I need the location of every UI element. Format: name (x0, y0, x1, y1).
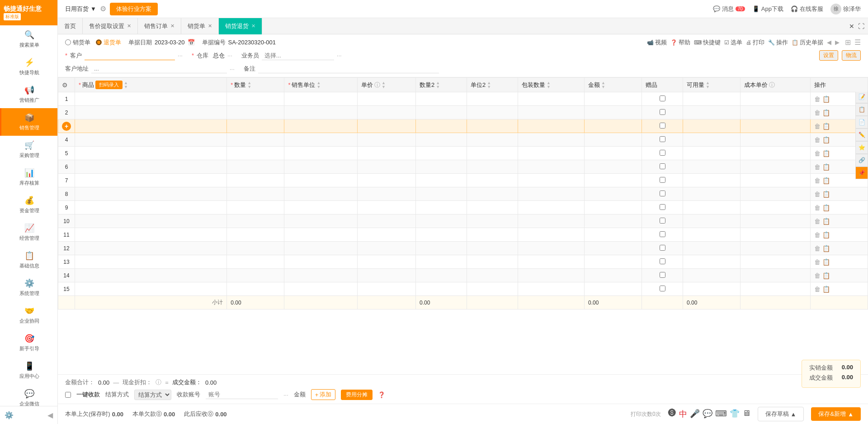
warehouse-more-icon[interactable]: ··· (227, 52, 232, 59)
delete-icon-12[interactable]: 🗑 (814, 245, 821, 252)
product-cell-13[interactable] (75, 255, 227, 269)
header-gear-icon[interactable]: ⚙ (100, 5, 106, 13)
cost-price-cell-14[interactable] (741, 269, 810, 282)
delete-icon-14[interactable]: 🗑 (814, 272, 821, 279)
radio-sales[interactable]: 销货单 (65, 38, 90, 47)
cost-price-cell-8[interactable] (741, 187, 810, 201)
sidebar-item-sales[interactable]: 📦销售管理 (0, 108, 57, 136)
one-click-checkbox[interactable] (65, 392, 71, 398)
sidebar-item-operation[interactable]: 📈经营管理 (0, 219, 57, 246)
qty-cell-12[interactable] (227, 242, 284, 255)
unit-cell-7[interactable] (284, 174, 358, 187)
qty-cell-4[interactable] (227, 133, 284, 147)
copy-icon-11[interactable]: 📋 (822, 231, 830, 238)
copy-icon-9[interactable]: 📋 (822, 204, 830, 211)
delete-icon-8[interactable]: 🗑 (814, 191, 821, 198)
amount-cell-9[interactable] (584, 201, 642, 214)
close-tab-icon[interactable]: ✕ (849, 23, 854, 30)
amount-cell-2[interactable] (584, 106, 642, 119)
copy-icon-10[interactable]: 📋 (822, 218, 830, 225)
qty2-cell-2[interactable] (415, 106, 467, 119)
unit-price-cell-5[interactable] (358, 147, 416, 160)
cost-price-cell-3[interactable] (741, 119, 810, 133)
settle-select[interactable]: 结算方式 (134, 390, 171, 400)
unit-price-cell-14[interactable] (358, 269, 416, 282)
amount-cell-11[interactable] (584, 228, 642, 242)
gift-checkbox-12[interactable] (660, 245, 665, 251)
copy-icon-1[interactable]: 📋 (822, 95, 830, 103)
history-btn[interactable]: 📋 历史单据 (792, 38, 823, 47)
unit-price-cell-4[interactable] (358, 133, 416, 147)
radio-sales-input[interactable] (65, 39, 71, 45)
sidebar-item-enterprise[interactable]: 🤝企业协同 (0, 301, 57, 329)
sidebar-item-system[interactable]: ⚙️系统管理 (0, 274, 57, 301)
gift-checkbox-2[interactable] (660, 109, 665, 115)
sidebar-item-purchase[interactable]: 🛒采购管理 (0, 136, 57, 163)
available-cell-7[interactable] (683, 174, 741, 187)
gift-checkbox-13[interactable] (660, 258, 665, 264)
qty-cell-10[interactable] (227, 214, 284, 228)
qty2-cell-1[interactable] (415, 92, 467, 106)
qty2-cell-13[interactable] (415, 255, 467, 269)
available-cell-12[interactable] (683, 242, 741, 255)
message-item[interactable]: 💬 消息 70 (713, 5, 745, 13)
grid-view-icon[interactable]: ⊞ (845, 38, 851, 47)
copy-icon-5[interactable]: 📋 (822, 150, 830, 157)
save-new-button[interactable]: 保存&新增 ▲ (811, 407, 861, 421)
address-input[interactable] (91, 64, 227, 73)
unit2-cell-4[interactable] (467, 133, 518, 147)
available-cell-9[interactable] (683, 201, 741, 214)
gift-cell-12[interactable] (642, 242, 683, 255)
qty-cell-13[interactable] (227, 255, 284, 269)
gift-cell-10[interactable] (642, 214, 683, 228)
delete-icon-6[interactable]: 🗑 (814, 163, 821, 171)
unit-cell-9[interactable] (284, 201, 358, 214)
sidebar-item-shortcut[interactable]: ⚡快捷导航 (0, 53, 57, 81)
delete-icon-9[interactable]: 🗑 (814, 204, 821, 211)
available-cell-8[interactable] (683, 187, 741, 201)
taskbar-icon-2[interactable]: 中 (679, 409, 687, 419)
gift-checkbox-6[interactable] (660, 163, 665, 169)
product-cell-6[interactable] (75, 160, 227, 174)
gift-cell-11[interactable] (642, 228, 683, 242)
gift-checkbox-1[interactable] (660, 95, 665, 101)
list-view-icon[interactable]: ☰ (854, 38, 861, 47)
unit2-cell-2[interactable] (467, 106, 518, 119)
taskbar-icon-1[interactable]: 🅢 (668, 409, 676, 419)
unit-cell-8[interactable] (284, 187, 358, 201)
app-download-item[interactable]: 📱 App下载 (752, 5, 783, 13)
copy-icon-14[interactable]: 📋 (822, 272, 830, 279)
save-draft-button[interactable]: 保存草稿 ▲ (758, 407, 804, 421)
product-cell-14[interactable] (75, 269, 227, 282)
tab-price-settings[interactable]: 售价提取设置 ✕ (83, 18, 138, 34)
qty2-cell-14[interactable] (415, 269, 467, 282)
float-item-5[interactable]: ⭐ (855, 141, 868, 154)
unit2-cell-1[interactable] (467, 92, 518, 106)
available-cell-15[interactable] (683, 282, 741, 296)
unit-cell-11[interactable] (284, 228, 358, 242)
sidebar-item-basic[interactable]: 📋基础信息 (0, 246, 57, 274)
pkg-qty-cell-2[interactable] (518, 106, 584, 119)
service-item[interactable]: 🎧 在线客服 (791, 5, 823, 13)
sidebar-item-inventory[interactable]: 📊库存核算 (0, 163, 57, 191)
tab-return-close-icon[interactable]: ✕ (251, 23, 255, 29)
shortcut-btn[interactable]: ⌨ 快捷键 (694, 38, 721, 47)
unit-cell-14[interactable] (284, 269, 358, 282)
unit2-cell-12[interactable] (467, 242, 518, 255)
qty2-cell-12[interactable] (415, 242, 467, 255)
customer-more-icon[interactable]: ··· (178, 52, 183, 59)
cost-price-cell-12[interactable] (741, 242, 810, 255)
product-cell-11[interactable] (75, 228, 227, 242)
cost-price-cell-4[interactable] (741, 133, 810, 147)
qty2-cell-11[interactable] (415, 228, 467, 242)
taskbar-icon-5[interactable]: ⌨ (715, 409, 727, 419)
gift-checkbox-10[interactable] (660, 218, 665, 224)
unit-cell-13[interactable] (284, 255, 358, 269)
unit-cell-15[interactable] (284, 282, 358, 296)
amount-cell-1[interactable] (584, 92, 642, 106)
cost-price-cell-13[interactable] (741, 255, 810, 269)
available-cell-13[interactable] (683, 255, 741, 269)
product-cell-15[interactable] (75, 282, 227, 296)
delete-icon-1[interactable]: 🗑 (814, 95, 821, 103)
copy-icon-8[interactable]: 📋 (822, 191, 830, 198)
